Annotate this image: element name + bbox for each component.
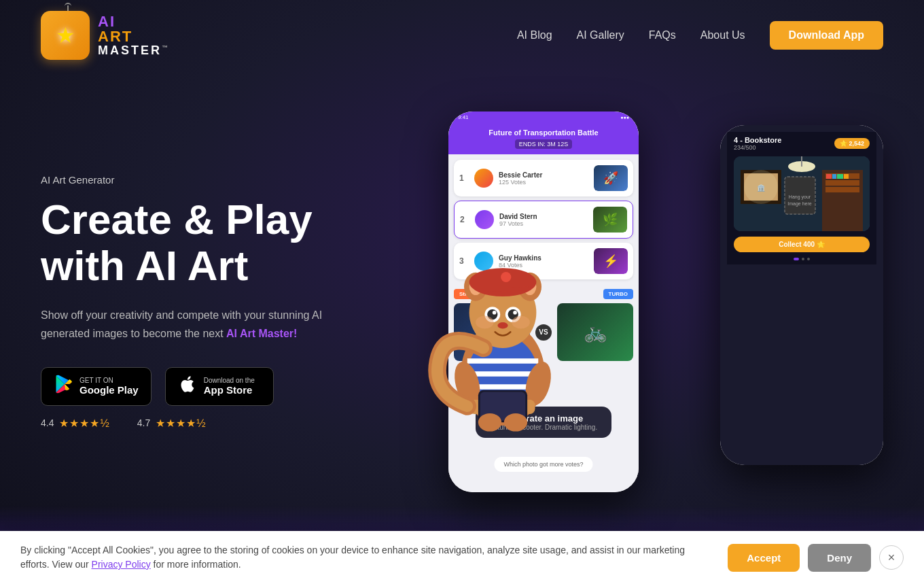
nav-link-ai-blog[interactable]: AI Blog bbox=[517, 29, 552, 41]
collect-bar[interactable]: Collect 400 🌟 bbox=[734, 237, 870, 252]
hero-right: 9:41 ●●● Future of Transportation Battle… bbox=[394, 98, 883, 506]
squirrel-character bbox=[421, 179, 598, 451]
nav-links: AI Blog AI Gallery FAQs About Us Downloa… bbox=[517, 21, 883, 50]
logo-art: ART bbox=[98, 29, 170, 44]
svg-rect-40 bbox=[844, 174, 849, 179]
svg-rect-39 bbox=[837, 174, 843, 179]
logo-ai: AI bbox=[98, 14, 170, 29]
back-store-title: 4 - Bookstore bbox=[734, 136, 781, 144]
cookie-buttons: Accept Deny × bbox=[728, 544, 904, 572]
svg-point-18 bbox=[513, 311, 517, 315]
svg-point-10 bbox=[469, 268, 537, 296]
cookie-close-button[interactable]: × bbox=[879, 545, 904, 570]
phone-mockup-back: 4 - Bookstore 234/500 ⭐ 2,542 bbox=[720, 125, 883, 465]
svg-rect-38 bbox=[832, 174, 836, 179]
svg-point-17 bbox=[493, 311, 497, 315]
hero-left: AI Art Generator Create & Play with AI A… bbox=[41, 174, 394, 430]
svg-text:Image here: Image here bbox=[787, 201, 812, 207]
app-store-score: 4.7 bbox=[137, 417, 150, 428]
nav-link-ai-gallery[interactable]: AI Gallery bbox=[577, 29, 624, 41]
svg-rect-37 bbox=[826, 174, 832, 179]
google-play-score: 4.4 bbox=[41, 417, 54, 428]
back-score-badge: ⭐ 2,542 bbox=[834, 138, 870, 149]
svg-point-19 bbox=[497, 322, 508, 329]
nav-link-about-us[interactable]: About Us bbox=[700, 29, 745, 41]
google-play-text: GET IT ON Google Play bbox=[79, 377, 139, 396]
google-play-rating: 4.4 ★★★★½ bbox=[41, 417, 110, 430]
cookie-deny-button[interactable]: Deny bbox=[808, 544, 871, 572]
lb-img-2: 🌿 bbox=[593, 207, 627, 233]
question-bar: Which photo got more votes? bbox=[494, 457, 592, 472]
hero-highlight: AI Art Master! bbox=[226, 328, 297, 339]
store-buttons: GET IT ON Google Play Download on the Ap… bbox=[41, 367, 394, 406]
battle-title: Future of Transportation Battle bbox=[458, 128, 629, 137]
svg-point-20 bbox=[476, 316, 494, 329]
google-play-button[interactable]: GET IT ON Google Play bbox=[41, 367, 152, 406]
cookie-accept-button[interactable]: Accept bbox=[728, 544, 800, 572]
ratings-row: 4.4 ★★★★½ 4.7 ★★★★½ bbox=[41, 417, 394, 430]
lb-img-1: 🚀 bbox=[594, 165, 628, 191]
logo-master: MASTER™ bbox=[98, 44, 170, 56]
app-store-button[interactable]: Download on the App Store bbox=[165, 367, 274, 406]
svg-point-11 bbox=[501, 272, 511, 282]
privacy-policy-link[interactable]: Privacy Policy bbox=[92, 559, 151, 570]
hero-description: Show off your creativity and compete wit… bbox=[41, 306, 340, 343]
svg-rect-36 bbox=[825, 187, 859, 192]
download-app-button[interactable]: Download App bbox=[770, 21, 883, 50]
svg-text:Hang your: Hang your bbox=[789, 194, 811, 200]
hero-title: Create & Play with AI Art bbox=[41, 196, 394, 289]
back-store-sub: 234/500 bbox=[734, 144, 781, 151]
svg-point-28 bbox=[478, 413, 501, 432]
svg-line-12 bbox=[480, 289, 529, 290]
bookstore-scene: 🏛️ Hang your Image here bbox=[734, 156, 870, 231]
nav-link-faqs[interactable]: FAQs bbox=[649, 29, 676, 41]
google-play-icon bbox=[54, 375, 73, 398]
google-play-stars: ★★★★½ bbox=[59, 417, 109, 430]
svg-point-44 bbox=[744, 170, 778, 204]
battle-timer: ENDS IN: 3M 12S bbox=[515, 139, 573, 149]
svg-rect-33 bbox=[822, 170, 863, 231]
svg-point-29 bbox=[504, 413, 527, 432]
app-store-text: Download on the App Store bbox=[204, 377, 255, 396]
app-store-stars: ★★★★½ bbox=[156, 417, 206, 430]
svg-point-21 bbox=[512, 316, 530, 329]
svg-rect-35 bbox=[825, 180, 859, 186]
app-store-icon bbox=[178, 375, 197, 398]
navbar: AI ART MASTER™ AI Blog AI Gallery FAQs A… bbox=[0, 0, 924, 71]
logo[interactable]: AI ART MASTER™ bbox=[41, 11, 170, 60]
hero-tag: AI Art Generator bbox=[41, 174, 394, 186]
hero-section: AI Art Generator Create & Play with AI A… bbox=[0, 71, 924, 519]
lb-img-3: ⚡ bbox=[594, 248, 628, 274]
app-store-rating: 4.7 ★★★★½ bbox=[137, 417, 207, 430]
cookie-banner: By clicking "Accept All Cookies", you ag… bbox=[0, 531, 924, 584]
cookie-text: By clicking "Accept All Cookies", you ag… bbox=[20, 543, 714, 572]
